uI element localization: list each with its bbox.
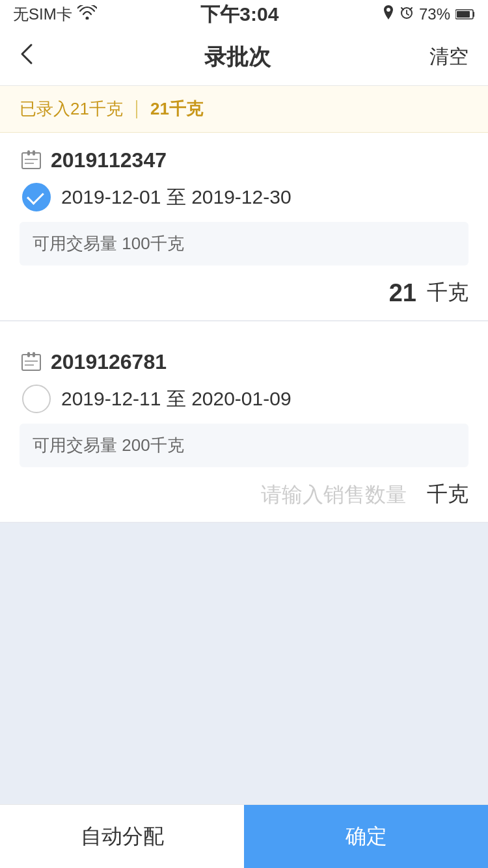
batch-2-quantity-input[interactable] bbox=[221, 483, 416, 507]
batch-1-id: 2019112347 bbox=[51, 148, 167, 172]
clear-button[interactable]: 清空 bbox=[416, 44, 468, 70]
svg-rect-3 bbox=[457, 11, 470, 18]
svg-rect-6 bbox=[33, 150, 35, 156]
page-title: 录批次 bbox=[204, 42, 271, 72]
batch-item-2: 2019126781 2019-12-11 至 2020-01-09 可用交易量… bbox=[0, 321, 488, 467]
svg-rect-9 bbox=[22, 355, 40, 370]
batch-1-avail: 可用交易量 100千克 bbox=[20, 222, 468, 265]
status-left: 无SIM卡 bbox=[13, 4, 97, 25]
status-right: 73% bbox=[383, 5, 475, 23]
info-value: 21千克 bbox=[150, 98, 203, 120]
batch-2-unit: 千克 bbox=[427, 480, 468, 509]
batch-2-qty-input-row[interactable]: 千克 bbox=[0, 467, 488, 523]
svg-rect-4 bbox=[22, 153, 40, 169]
sim-text: 无SIM卡 bbox=[13, 4, 72, 25]
svg-rect-5 bbox=[27, 150, 30, 156]
confirm-button[interactable]: 确定 bbox=[244, 805, 488, 868]
back-button[interactable] bbox=[20, 42, 59, 72]
status-time: 下午3:04 bbox=[200, 1, 278, 28]
battery-text: 73% bbox=[419, 5, 450, 23]
nav-bar: 录批次 清空 bbox=[0, 29, 488, 86]
batch-icon-2 bbox=[20, 351, 43, 374]
wifi-icon bbox=[77, 5, 97, 23]
batch-2-avail: 可用交易量 200千克 bbox=[20, 424, 468, 467]
batch-1-date-row[interactable]: 2019-12-01 至 2019-12-30 bbox=[20, 183, 468, 211]
batch-1-radio[interactable] bbox=[22, 183, 51, 211]
svg-point-0 bbox=[85, 17, 88, 20]
batch-1-header: 2019112347 bbox=[20, 148, 468, 172]
info-label: 已录入21千克 bbox=[20, 98, 123, 120]
info-divider bbox=[136, 100, 137, 118]
main-content: 2019112347 2019-12-01 至 2019-12-30 可用交易量… bbox=[0, 133, 488, 868]
auto-distribute-button[interactable]: 自动分配 bbox=[0, 805, 244, 868]
batch-2-date-row[interactable]: 2019-12-11 至 2020-01-09 bbox=[20, 385, 468, 413]
battery-icon bbox=[455, 5, 475, 23]
batch-2-date: 2019-12-11 至 2020-01-09 bbox=[61, 386, 291, 413]
batch-2-id: 2019126781 bbox=[51, 350, 167, 374]
svg-rect-10 bbox=[27, 352, 30, 357]
batch-item-1: 2019112347 2019-12-01 至 2019-12-30 可用交易量… bbox=[0, 133, 488, 265]
info-bar: 已录入21千克 21千克 bbox=[0, 86, 488, 133]
batch-1-date: 2019-12-01 至 2019-12-30 bbox=[61, 184, 291, 211]
location-icon bbox=[383, 5, 394, 23]
svg-rect-11 bbox=[33, 352, 35, 357]
empty-area bbox=[0, 523, 488, 809]
batch-1-unit: 千克 bbox=[427, 278, 468, 307]
alarm-icon bbox=[400, 5, 414, 23]
batch-1-quantity: 21 bbox=[389, 279, 416, 307]
batch-1-qty-row: 21 千克 bbox=[0, 265, 488, 321]
batch-2-header: 2019126781 bbox=[20, 350, 468, 374]
status-bar: 无SIM卡 下午3:04 73% bbox=[0, 0, 488, 29]
batch-icon-1 bbox=[20, 149, 43, 172]
batch-2-radio[interactable] bbox=[22, 385, 51, 413]
bottom-bar: 自动分配 确定 bbox=[0, 804, 488, 868]
